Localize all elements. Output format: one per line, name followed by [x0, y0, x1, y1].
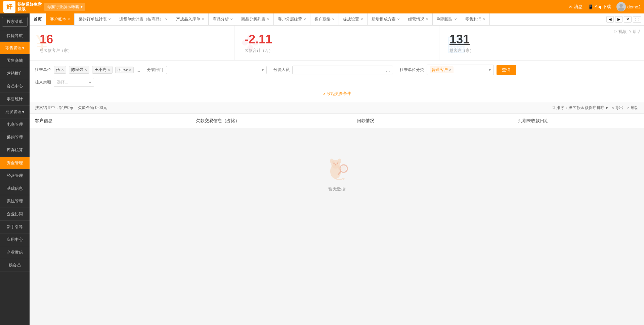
help-link[interactable]: ? 帮助 — [629, 29, 641, 35]
sidebar-item-retail-mgmt[interactable]: 零售管理 ▾ — [0, 42, 30, 55]
sidebar-item-new-guide[interactable]: 新手引导 — [0, 221, 30, 233]
tab-label: 客户账本 — [50, 16, 66, 22]
tab-product-list[interactable]: 商品分析列表 ✕ — [237, 13, 274, 26]
close-icon[interactable]: ✕ — [165, 17, 168, 21]
user-avatar-area[interactable]: demo2 — [616, 2, 641, 11]
close-icon[interactable]: ✕ — [108, 17, 111, 21]
tab-product-analysis[interactable]: 商品分析 ✕ — [209, 13, 237, 26]
person-more-btn[interactable]: ... — [386, 67, 390, 73]
chevron-down-icon: ▾ — [606, 106, 608, 110]
sidebar-item-wechat[interactable]: 企业微信 — [0, 246, 30, 259]
tag-close-chen[interactable]: ✕ — [84, 68, 87, 72]
filter-tag-chen: 陈民强 ✕ — [69, 66, 89, 74]
close-icon[interactable]: ✕ — [303, 17, 306, 21]
svg-point-8 — [337, 158, 341, 163]
more-tags-btn[interactable]: ... — [136, 67, 140, 73]
tab-purchase-order[interactable]: 采购订单统计表 ✕ — [75, 13, 115, 26]
app-download-btn[interactable]: 📱 App下载 — [588, 4, 611, 10]
tab-home[interactable]: 首页 — [30, 13, 46, 26]
unit-classify-select[interactable]: 普通客户 ✕ ▾ — [427, 65, 494, 75]
tab-next-btn[interactable]: ▶ — [615, 16, 622, 23]
sidebar-item-marketing[interactable]: 营销推广 — [0, 67, 30, 80]
dept-filter-label: 分管部门 — [147, 67, 163, 73]
sort-select[interactable]: ⇅ 排序：按欠款金额倒序排序 ▾ — [552, 105, 608, 111]
svg-point-4 — [333, 162, 335, 164]
sidebar-item-member-center[interactable]: 会员中心 — [0, 80, 30, 93]
tab-bar-actions: ◀ ▶ ✕ ⛶ — [604, 16, 644, 23]
tab-maximize-btn[interactable]: ⛶ — [633, 16, 641, 23]
sidebar-item-retail-mall[interactable]: 零售商城 — [0, 55, 30, 67]
empty-text: 暂无数据 — [328, 186, 346, 192]
top-bar-right: ✉ 消息 📱 App下载 demo2 — [569, 2, 641, 11]
sidebar-item-vip[interactable]: 畅会员 — [0, 259, 30, 272]
sidebar-item-basic-info[interactable]: 基础信息 — [0, 182, 30, 195]
svg-point-6 — [335, 164, 336, 165]
tag-close-wang[interactable]: ✕ — [108, 68, 110, 72]
tab-customer-contact[interactable]: 客户联络 ✕ — [310, 13, 339, 26]
tag-close-wu[interactable]: ✕ — [61, 68, 64, 72]
collapse-btn[interactable]: ∧ 收起更多条件 — [35, 89, 639, 98]
close-icon[interactable]: ✕ — [397, 17, 400, 21]
sidebar-item-operations[interactable]: 经营管理 — [0, 170, 30, 182]
tab-produce-stock[interactable]: 产成品入库单 ✕ — [172, 13, 209, 26]
sidebar-search-area: 搜索菜单 — [0, 13, 30, 30]
tab-close-all-btn[interactable]: ✕ — [624, 16, 632, 23]
tab-new-raise[interactable]: 新增提成方案 ✕ — [368, 13, 404, 26]
close-icon[interactable]: ✕ — [230, 17, 233, 21]
stat-card-credit-amount: ✤ -2.11 欠款合计（万） — [234, 26, 439, 60]
chevron-down-icon: ▾ — [89, 80, 91, 85]
sidebar-item-ecommerce[interactable]: 电商管理 — [0, 118, 30, 131]
sidebar-item-finance[interactable]: 资金管理 — [0, 157, 30, 170]
avatar — [616, 2, 626, 11]
unit-filter-label: 往来单位 — [35, 67, 51, 73]
refresh-btn[interactable]: ○ 刷新 — [627, 105, 639, 111]
search-menu-btn[interactable]: 搜索菜单 — [2, 17, 28, 27]
tab-bar: 首页 客户账本 ✕ 采购订单统计表 ✕ 进货单统计表（按商品） ✕ 产成品入库单… — [30, 13, 644, 26]
sidebar-item-purchase[interactable]: 采购管理 — [0, 131, 30, 144]
tab-label: 提成设置 — [343, 16, 359, 22]
close-icon[interactable]: ✕ — [426, 17, 428, 21]
chevron-up-icon: ∧ — [323, 92, 326, 96]
tab-retail-profit[interactable]: 零售利润 ✕ — [461, 13, 490, 26]
close-icon[interactable]: ✕ — [360, 17, 363, 21]
tag-close-cjttcw[interactable]: ✕ — [129, 68, 131, 72]
quick-nav-btn[interactable]: 快捷导航 — [0, 30, 30, 42]
sidebar-item-label: 批发管理 — [5, 109, 22, 115]
tab-label: 采购订单统计表 — [79, 16, 107, 22]
close-icon[interactable]: ✕ — [68, 17, 70, 21]
amount-select[interactable]: 选择... ▾ — [54, 78, 94, 87]
stat-card-actions: ▷ 视频 ? 帮助 — [613, 29, 641, 35]
empty-illustration — [324, 155, 350, 182]
close-icon[interactable]: ✕ — [483, 17, 485, 21]
dept-select[interactable]: ▾ — [166, 66, 267, 74]
tab-raise-settings[interactable]: 提成设置 ✕ — [339, 13, 368, 26]
sidebar-item-inventory[interactable]: 库存核算 — [0, 144, 30, 157]
person-select[interactable]: ... — [292, 66, 393, 74]
message-btn[interactable]: ✉ 消息 — [569, 4, 583, 10]
tab-profit-report[interactable]: 利润报告 ✕ — [433, 13, 461, 26]
close-icon[interactable]: ✕ — [267, 17, 269, 21]
tab-operations[interactable]: 经营情况 ✕ — [404, 13, 433, 26]
tab-customer-book[interactable]: 客户账本 ✕ — [46, 13, 75, 26]
export-btn[interactable]: ○ 导出 — [612, 105, 623, 111]
play-icon: ▷ — [613, 29, 617, 34]
tab-customer-tier[interactable]: 客户分层经营 ✕ — [274, 13, 310, 26]
svg-point-7 — [330, 158, 334, 163]
close-icon[interactable]: ✕ — [332, 17, 335, 21]
logo-text: 畅捷通好生意 标版 — [17, 2, 42, 12]
col-header-customer: 客户信息 — [35, 118, 196, 124]
sidebar-item-retail-stats[interactable]: 零售统计 — [0, 93, 30, 106]
sidebar-item-label: 零售管理 — [5, 45, 22, 51]
sidebar-item-sys-mgmt[interactable]: 系统管理 — [0, 195, 30, 208]
tab-stock-stat[interactable]: 进货单统计表（按商品） ✕ — [115, 13, 172, 26]
demo-selector-dropdown[interactable]: 母婴行业演示帐套 ▾ — [44, 3, 85, 11]
close-icon[interactable]: ✕ — [454, 17, 457, 21]
tab-prev-btn[interactable]: ◀ — [606, 16, 614, 23]
query-button[interactable]: 查询 — [497, 65, 516, 75]
classify-tag-close[interactable]: ✕ — [449, 68, 452, 72]
video-link[interactable]: ▷ 视频 — [613, 29, 627, 35]
sidebar-item-enterprise[interactable]: 企业协同 — [0, 208, 30, 221]
sidebar-item-wholesale[interactable]: 批发管理 ▾ — [0, 106, 30, 118]
sidebar-item-app-center[interactable]: 应用中心 — [0, 233, 30, 246]
close-icon[interactable]: ✕ — [202, 17, 204, 21]
